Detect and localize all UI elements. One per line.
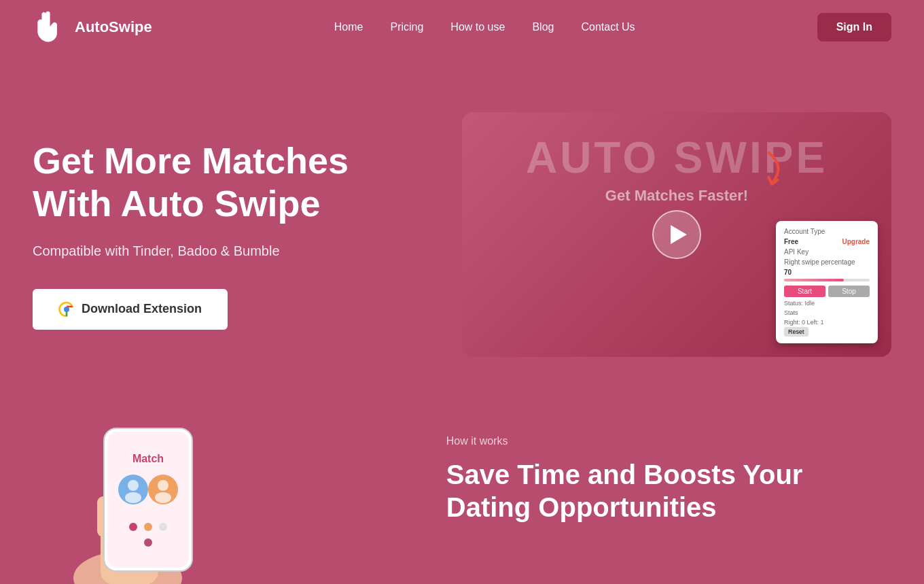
svg-point-14 [125, 492, 141, 503]
hero-section: Get More Matches With Auto Swipe Compati… [0, 54, 924, 408]
video-tagline: Get Matches Faster! [605, 187, 748, 205]
svg-point-20 [144, 538, 152, 547]
hero-title-line1: Get More Matches [33, 140, 349, 181]
hero-right: AUTO SWIPE Get Matches Faster! Account T… [462, 112, 891, 357]
account-type-value: Free [784, 238, 798, 245]
hand-phone-svg: Match [46, 422, 250, 584]
swipe-percentage-label: Right swipe percentage [784, 258, 855, 266]
video-play-button[interactable] [652, 210, 701, 259]
svg-point-13 [128, 480, 139, 491]
lower-section: Match How it works Save Time and Boosts [0, 408, 924, 584]
start-button[interactable]: Start [784, 286, 825, 297]
stats-value: Right: 0 Left: 1 [784, 319, 870, 326]
video-panel[interactable]: AUTO SWIPE Get Matches Faster! Account T… [462, 112, 891, 357]
phone-illustration-container: Match [33, 422, 419, 584]
svg-point-18 [144, 523, 152, 531]
account-type-label: Account Type [784, 228, 825, 235]
svg-point-1 [65, 307, 69, 311]
swipe-slider-container [784, 279, 870, 281]
svg-point-16 [155, 492, 171, 503]
nav-pricing[interactable]: Pricing [390, 21, 423, 33]
svg-point-17 [129, 523, 137, 531]
hero-title: Get More Matches With Auto Swipe [33, 139, 413, 224]
logo-icon [33, 10, 68, 45]
api-key-label: API Key [784, 248, 808, 256]
logo-text: AutoSwipe [75, 18, 152, 36]
phone-illustration: Match [46, 422, 250, 584]
stats-label: Stats [784, 309, 870, 316]
nav-contact-us[interactable]: Contact Us [581, 21, 635, 33]
nav-links: Home Pricing How to use Blog Contact Us [334, 21, 635, 33]
swipe-slider-track [784, 279, 870, 281]
navbar: AutoSwipe Home Pricing How to use Blog C… [0, 0, 924, 54]
play-triangle-icon [671, 225, 687, 244]
download-btn-label: Download Extension [82, 302, 202, 316]
sign-in-button[interactable]: Sign In [817, 13, 891, 41]
swipe-slider-fill [784, 279, 844, 281]
download-extension-button[interactable]: Download Extension [33, 289, 228, 330]
logo[interactable]: AutoSwipe [33, 10, 152, 45]
start-stop-buttons: Start Stop [784, 286, 870, 297]
reset-button[interactable]: Reset [784, 327, 808, 337]
extension-popup: Account Type Free Upgrade API Key Right … [776, 221, 878, 343]
svg-text:Match: Match [132, 453, 164, 464]
how-it-works-label: How it works [446, 435, 891, 447]
hero-title-line2: With Auto Swipe [33, 183, 320, 224]
stop-button[interactable]: Stop [828, 286, 870, 297]
chrome-icon [58, 301, 75, 317]
how-it-works-container: How it works Save Time and Boosts Your D… [446, 422, 891, 523]
status-text: Status: Idle [784, 300, 870, 307]
lower-title: Save Time and Boosts Your Dating Opportu… [446, 458, 891, 523]
lower-title-line1: Save Time and Boosts Your [446, 460, 803, 489]
lower-title-line2: Dating Opportunities [446, 492, 717, 522]
nav-how-to-use[interactable]: How to use [450, 21, 505, 33]
svg-rect-9 [107, 432, 189, 568]
swipe-value: 70 [784, 269, 792, 276]
nav-home[interactable]: Home [334, 21, 363, 33]
svg-point-19 [159, 523, 167, 531]
nav-blog[interactable]: Blog [532, 21, 554, 33]
svg-point-15 [158, 480, 168, 491]
upgrade-link[interactable]: Upgrade [842, 238, 870, 245]
hero-left: Get More Matches With Auto Swipe Compati… [33, 139, 413, 329]
hero-subtitle: Compatible with Tinder, Badoo & Bumble [33, 243, 413, 259]
